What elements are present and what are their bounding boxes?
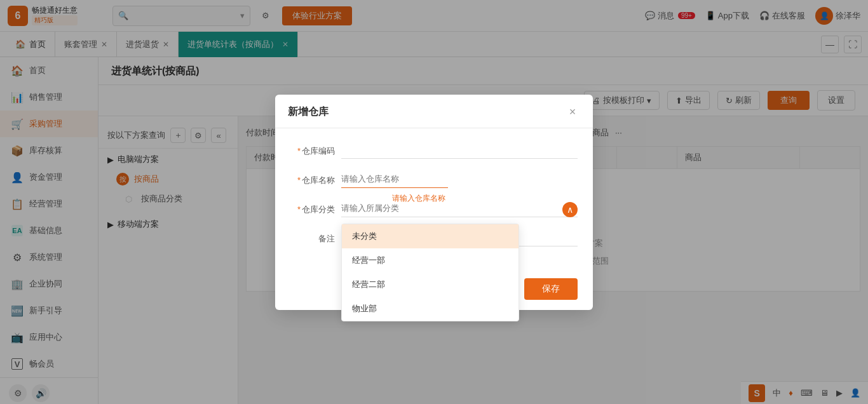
category-input[interactable] — [341, 199, 578, 217]
note-label: 备注 — [290, 229, 341, 245]
modal-header: 新增仓库 × — [275, 95, 593, 128]
modal-close-btn[interactable]: × — [565, 105, 580, 120]
category-dropdown-btn[interactable]: ∧ — [562, 202, 578, 217]
dropdown-item-dept1[interactable]: 经营一部 — [342, 248, 519, 273]
dropdown-item-dept2[interactable]: 经营二部 — [342, 273, 519, 297]
form-row-category: *仓库分类 ∧ 未分类 经营一部 经营二部 物业部 — [290, 199, 578, 217]
modal-body: *仓库编码 04 *仓库名称 请输入仓库名称 *仓库分类 — [275, 128, 593, 271]
code-label: *仓库编码 — [290, 141, 341, 157]
code-input[interactable]: 04 — [341, 141, 578, 159]
category-dropdown-wrapper: ∧ 未分类 经营一部 经营二部 物业部 — [341, 199, 578, 217]
modal-overlay: 新增仓库 × *仓库编码 04 *仓库名称 请输入仓库名称 — [0, 0, 868, 404]
save-btn[interactable]: 保存 — [524, 278, 578, 300]
form-row-name: *仓库名称 请输入仓库名称 — [290, 170, 578, 188]
dropdown-item-property[interactable]: 物业部 — [342, 297, 519, 321]
form-row-code: *仓库编码 04 — [290, 141, 578, 159]
category-dropdown-list: 未分类 经营一部 经营二部 物业部 — [341, 224, 519, 321]
name-field-wrapper: 请输入仓库名称 — [341, 170, 578, 188]
new-warehouse-modal: 新增仓库 × *仓库编码 04 *仓库名称 请输入仓库名称 — [275, 95, 593, 310]
name-input[interactable] — [341, 170, 448, 188]
dropdown-item-none[interactable]: 未分类 — [342, 224, 519, 248]
category-label: *仓库分类 — [290, 199, 341, 215]
name-label: *仓库名称 — [290, 170, 341, 186]
modal-title: 新增仓库 — [288, 105, 329, 119]
